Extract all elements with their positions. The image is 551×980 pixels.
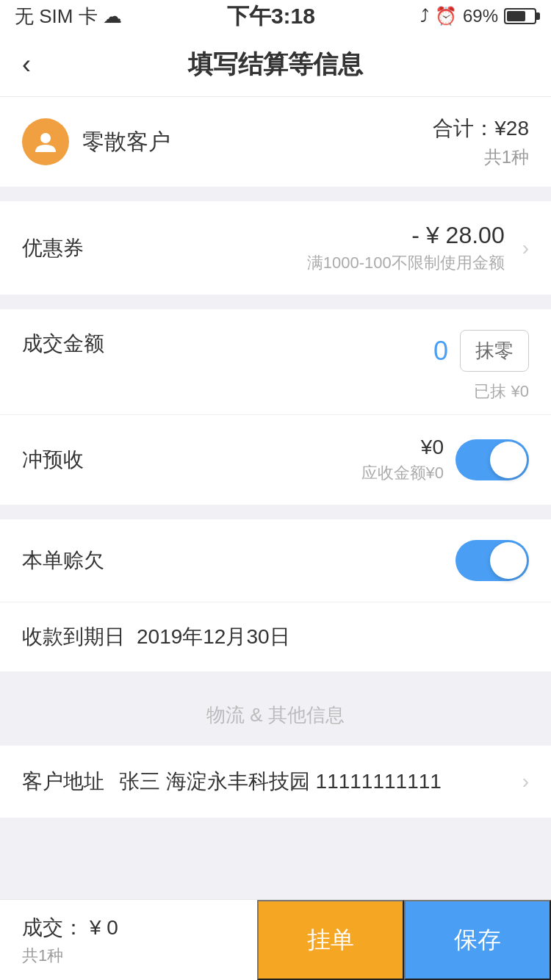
address-row[interactable]: 客户地址 张三 海淀永丰科技园 11111111111 › <box>0 746 551 818</box>
deal-amount-right: 0 抹零 已抹 ¥0 <box>433 330 529 403</box>
status-left: 无 SIM 卡 ☁ <box>15 4 122 29</box>
pre-receive-right: ¥0 应收金额¥0 <box>361 436 529 484</box>
coupon-row[interactable]: 优惠券 - ¥ 28.00 满1000-100不限制使用金额 › <box>0 201 551 295</box>
divider-4 <box>0 671 551 686</box>
divider-1 <box>0 187 551 201</box>
deal-amount-sub: 已抹 ¥0 <box>474 381 529 403</box>
customer-section: 零散客户 合计：¥28 共1种 <box>0 97 551 187</box>
footer-summary: 成交： ¥ 0 共1种 <box>0 900 257 980</box>
pre-receive-value-block: ¥0 应收金额¥0 <box>361 436 444 484</box>
battery-icon <box>504 8 536 24</box>
status-time: 下午3:18 <box>227 1 315 32</box>
debt-toggle[interactable] <box>455 540 529 581</box>
coupon-value-block: - ¥ 28.00 满1000-100不限制使用金额 <box>307 222 505 274</box>
footer: 成交： ¥ 0 共1种 挂单 保存 <box>0 899 551 980</box>
sim-label: 无 SIM 卡 ☁ <box>15 4 122 29</box>
customer-count: 共1种 <box>433 145 529 169</box>
svg-point-0 <box>40 133 51 143</box>
coupon-section: 优惠券 - ¥ 28.00 满1000-100不限制使用金额 › <box>0 201 551 295</box>
pre-receive-label: 冲预收 <box>22 446 84 474</box>
alarm-icon: ⏰ <box>435 6 457 26</box>
customer-total: 合计：¥28 <box>433 115 529 143</box>
location-icon: ⤴ <box>420 6 429 26</box>
address-section: 客户地址 张三 海淀永丰科技园 11111111111 › <box>0 746 551 818</box>
pre-receive-row: 冲预收 ¥0 应收金额¥0 <box>0 415 551 505</box>
customer-right: 合计：¥28 共1种 <box>433 115 529 169</box>
due-date-value: 2019年12月30日 <box>137 623 290 651</box>
coupon-label: 优惠券 <box>22 234 84 262</box>
debt-label: 本单赊欠 <box>22 547 104 574</box>
status-right: ⤴ ⏰ 69% <box>420 6 536 26</box>
customer-name: 零散客户 <box>82 127 170 157</box>
back-button[interactable]: ‹ <box>22 49 31 80</box>
footer-deal-value: ¥ 0 <box>90 916 118 940</box>
toggle-knob <box>490 442 527 478</box>
deal-amount-row: 成交金额 0 抹零 已抹 ¥0 <box>0 309 551 415</box>
battery-label: 69% <box>463 6 498 26</box>
address-value: 张三 海淀永丰科技园 11111111111 <box>119 768 502 796</box>
address-label: 客户地址 <box>22 768 104 796</box>
pre-receive-sub: 应收金额¥0 <box>361 462 444 484</box>
customer-avatar <box>22 118 69 165</box>
debt-row: 本单赊欠 <box>0 519 551 602</box>
logistics-section: 物流 & 其他信息 <box>0 686 551 744</box>
coupon-amount: - ¥ 28.00 <box>307 222 505 249</box>
nav-bar: ‹ 填写结算等信息 <box>0 32 551 97</box>
content: 零散客户 合计：¥28 共1种 优惠券 - ¥ 28.00 满1000-100不… <box>0 97 551 965</box>
pre-receive-toggle[interactable] <box>455 439 529 480</box>
due-date-row: 收款到期日 2019年12月30日 <box>0 602 551 671</box>
customer-left: 零散客户 <box>22 118 170 165</box>
coupon-right: - ¥ 28.00 满1000-100不限制使用金额 › <box>307 222 529 274</box>
save-button[interactable]: 保存 <box>404 900 551 980</box>
deal-section: 成交金额 0 抹零 已抹 ¥0 冲预收 ¥0 应收金额¥0 <box>0 309 551 505</box>
divider-2 <box>0 295 551 309</box>
page-title: 填写结算等信息 <box>188 48 363 82</box>
coupon-chevron: › <box>522 237 529 260</box>
pre-receive-value: ¥0 <box>361 436 444 459</box>
address-chevron: › <box>522 770 529 793</box>
logistics-label: 物流 & 其他信息 <box>206 704 345 726</box>
divider-3 <box>0 505 551 519</box>
deal-amount-value: 0 <box>433 336 448 367</box>
footer-deal-label: 成交： <box>22 914 84 942</box>
due-date-label: 收款到期日 <box>22 623 125 651</box>
footer-count: 共1种 <box>22 945 235 967</box>
status-bar: 无 SIM 卡 ☁ 下午3:18 ⤴ ⏰ 69% <box>0 0 551 32</box>
deal-amount-label: 成交金额 <box>22 330 104 358</box>
debt-section: 本单赊欠 收款到期日 2019年12月30日 <box>0 519 551 671</box>
round-off-button[interactable]: 抹零 <box>460 330 529 372</box>
coupon-desc: 满1000-100不限制使用金额 <box>307 252 505 274</box>
hold-button[interactable]: 挂单 <box>257 900 404 980</box>
debt-toggle-knob <box>490 542 527 579</box>
